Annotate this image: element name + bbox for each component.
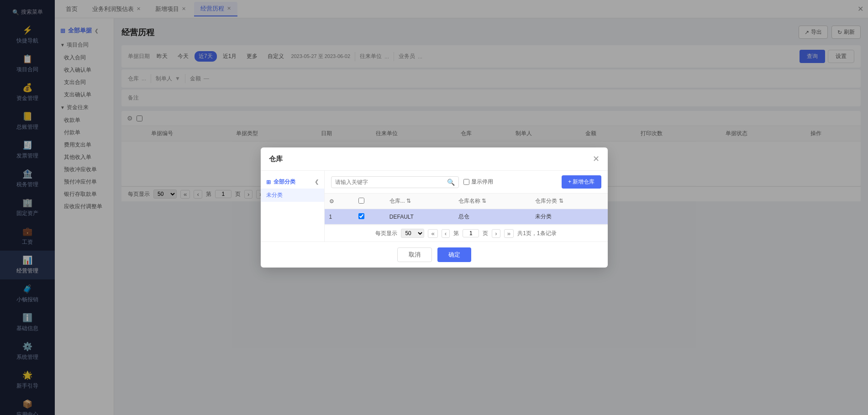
- modal-close-button[interactable]: ✕: [593, 154, 600, 164]
- warehouse-modal: 仓库 ✕ ⊞ 全部分类 ❮ 未分类 🔍: [261, 147, 608, 268]
- modal-sidebar-item-uncategorized[interactable]: 未分类: [261, 189, 324, 202]
- modal-body: ⊞ 全部分类 ❮ 未分类 🔍 显示停用: [261, 171, 608, 242]
- modal-header: 仓库 ✕: [261, 147, 608, 171]
- modal-row-name: 总仓: [454, 209, 531, 225]
- modal-next-page-button[interactable]: ›: [492, 229, 500, 238]
- modal-col-category[interactable]: 仓库分类 ⇅: [531, 194, 607, 209]
- modal-search-box[interactable]: 🔍: [331, 176, 459, 188]
- modal-search-input[interactable]: [335, 179, 444, 185]
- modal-prev-page-button[interactable]: ‹: [442, 229, 450, 238]
- modal-cancel-button[interactable]: 取消: [397, 247, 432, 262]
- modal-select-all[interactable]: [358, 198, 364, 204]
- modal-confirm-button[interactable]: 确定: [437, 247, 471, 262]
- sort-icon: ⇅: [406, 198, 411, 204]
- modal-page-size-select[interactable]: 50 100: [401, 229, 424, 238]
- modal-title: 仓库: [269, 155, 283, 163]
- modal-table-area: ⚙ 仓库... ⇅ 仓库名称 ⇅ 仓库分类 ⇅ 1 DEFA: [325, 194, 608, 225]
- add-warehouse-button[interactable]: + 新增仓库: [562, 175, 601, 189]
- modal-col-no[interactable]: 仓库... ⇅: [385, 194, 454, 209]
- sort-icon: ⇅: [559, 198, 563, 204]
- modal-search-icon[interactable]: 🔍: [447, 179, 455, 186]
- modal-table-row[interactable]: 1 DEFAULT 总仓 未分类: [325, 209, 608, 225]
- modal-toolbar: 🔍 显示停用 + 新增仓库: [325, 171, 608, 194]
- modal-row-no: DEFAULT: [385, 209, 454, 225]
- modal-row-category: 未分类: [531, 209, 607, 225]
- modal-row-checkbox[interactable]: [358, 213, 364, 219]
- modal-main: 🔍 显示停用 + 新增仓库 ⚙: [325, 171, 608, 242]
- show-disabled-checkbox-label[interactable]: 显示停用: [463, 178, 493, 186]
- modal-sidebar-collapse-button[interactable]: ❮: [315, 179, 319, 185]
- modal-page-input[interactable]: [463, 229, 479, 237]
- modal-footer: 取消 确定: [261, 242, 608, 268]
- modal-col-settings: ⚙: [325, 194, 354, 209]
- modal-table: ⚙ 仓库... ⇅ 仓库名称 ⇅ 仓库分类 ⇅ 1 DEFA: [325, 194, 608, 225]
- show-disabled-checkbox[interactable]: [463, 179, 469, 185]
- modal-first-page-button[interactable]: «: [428, 229, 437, 238]
- modal-pagination: 每页显示 50 100 « ‹ 第 页 › » 共1页，1条记录: [325, 225, 608, 242]
- modal-sidebar: ⊞ 全部分类 ❮ 未分类: [261, 171, 325, 242]
- modal-last-page-button[interactable]: »: [504, 229, 514, 238]
- modal-col-checkbox: [354, 194, 385, 209]
- modal-all-categories[interactable]: ⊞ 全部分类 ❮: [261, 175, 324, 189]
- modal-row-checkbox-cell: [354, 209, 385, 225]
- modal-col-name[interactable]: 仓库名称 ⇅: [454, 194, 531, 209]
- modal-overlay: 仓库 ✕ ⊞ 全部分类 ❮ 未分类 🔍: [0, 0, 868, 415]
- grid-icon: ⊞: [266, 179, 271, 185]
- modal-row-index: 1: [325, 209, 354, 225]
- sort-icon: ⇅: [482, 198, 486, 204]
